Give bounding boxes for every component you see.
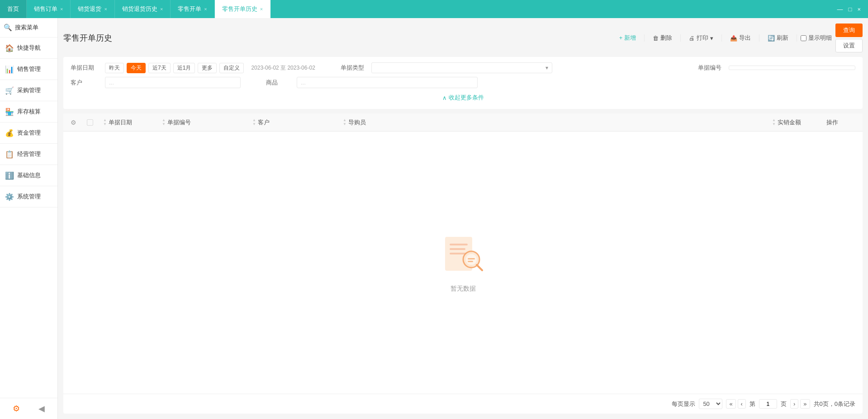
- table-col-settings[interactable]: ⚙: [67, 119, 83, 126]
- delete-button[interactable]: 🗑 删除: [648, 32, 677, 44]
- sales-icon: 📊: [5, 65, 14, 73]
- date-more[interactable]: 更多: [198, 63, 217, 73]
- sidebar-item-system-label: 系统管理: [17, 193, 41, 201]
- sidebar-item-inventory[interactable]: 🏪 库存核算: [0, 101, 57, 122]
- sidebar-item-basicinfo[interactable]: ℹ️ 基础信息: [0, 165, 57, 186]
- table-header: ⚙ ▲ ▼ 单据日期 ▲ ▼ 单据编号: [63, 113, 863, 132]
- export-button[interactable]: 📤 导出: [726, 32, 755, 44]
- table-col-amount[interactable]: ▲ ▼ 实销金额: [768, 118, 823, 127]
- settings-button[interactable]: 设置: [835, 39, 863, 52]
- tab-retail-order-history[interactable]: 零售开单历史 ×: [215, 0, 270, 18]
- toolbar-divider-2: [680, 34, 681, 42]
- customer-sort-icon: ▲ ▼: [252, 118, 256, 126]
- settings-icon: ⚙: [71, 119, 76, 126]
- prev-page-button[interactable]: ‹: [738, 399, 746, 409]
- search-icon: 🔍: [4, 24, 12, 32]
- svg-rect-1: [450, 244, 468, 245]
- date-7days[interactable]: 近7天: [148, 63, 171, 73]
- sidebar-item-purchase[interactable]: 🛒 采购管理: [0, 80, 57, 101]
- date-quick-options: 昨天 今天 近7天 近1月 更多 自定义: [105, 63, 244, 73]
- display-detail-checkbox[interactable]: [801, 35, 806, 41]
- sidebar-item-sales[interactable]: 📊 销售管理: [0, 59, 57, 80]
- toolbar: + 新增 🗑 删除 🖨 打印 ▾ 📤 导出: [615, 24, 863, 52]
- add-button[interactable]: + 新增: [615, 32, 640, 44]
- window-maximize[interactable]: □: [849, 6, 852, 13]
- collapse-label: 收起更多条件: [449, 94, 484, 102]
- tab-retail-order-history-close[interactable]: ×: [260, 6, 263, 12]
- date-custom[interactable]: 自定义: [219, 63, 244, 73]
- window-close[interactable]: ×: [857, 6, 861, 13]
- display-detail-toggle[interactable]: 显示明细: [801, 34, 832, 42]
- table-col-number[interactable]: ▲ ▼ 单据编号: [158, 118, 249, 127]
- tab-retail-order[interactable]: 零售开单 ×: [171, 0, 214, 18]
- next-page-button[interactable]: ›: [790, 399, 798, 409]
- print-label: 打印: [697, 34, 708, 42]
- col-guide-label: 导购员: [348, 118, 366, 127]
- number-filter-label: 单据编号: [698, 64, 725, 72]
- customer-input[interactable]: ...: [105, 77, 241, 88]
- sidebar-item-operations[interactable]: 📋 经营管理: [0, 144, 57, 165]
- svg-rect-2: [450, 248, 465, 250]
- table-col-guide[interactable]: ▲ ▼ 导购员: [339, 118, 394, 127]
- window-minimize[interactable]: —: [837, 6, 843, 13]
- sidebar-item-system[interactable]: ⚙️ 系统管理: [0, 186, 57, 207]
- tab-sales-return[interactable]: 销货退货 ×: [71, 0, 114, 18]
- date-today[interactable]: 今天: [127, 63, 146, 73]
- col-customer-label: 客户: [258, 118, 270, 127]
- print-icon: 🖨: [689, 35, 695, 42]
- number-filter-group: 单据编号: [698, 64, 855, 72]
- refresh-button[interactable]: 🔄 刷新: [763, 32, 793, 44]
- tab-sales-return-history-label: 销货退货历史: [122, 5, 157, 13]
- goods-placeholder: ...: [301, 79, 306, 86]
- number-input[interactable]: [729, 66, 855, 70]
- last-page-button[interactable]: »: [800, 399, 810, 409]
- first-page-button[interactable]: «: [726, 399, 735, 409]
- toolbar-divider-5: [797, 34, 797, 42]
- delete-label: 删除: [660, 34, 672, 42]
- svg-line-6: [477, 265, 482, 270]
- goods-filter-group: 商品 ...: [266, 77, 855, 88]
- tab-sales-order[interactable]: 销售订单 ×: [27, 0, 71, 18]
- tab-retail-order-close[interactable]: ×: [204, 6, 207, 12]
- query-button[interactable]: 查询: [835, 24, 863, 37]
- export-icon: 📤: [730, 35, 737, 42]
- empty-state: 暂无数据: [63, 132, 863, 394]
- date-1month[interactable]: 近1月: [173, 63, 195, 73]
- per-page-select[interactable]: 50 100 200: [699, 399, 722, 409]
- sidebar-settings-icon[interactable]: ⚙: [13, 404, 20, 414]
- tab-sales-return-history-close[interactable]: ×: [160, 6, 163, 12]
- current-page-input[interactable]: [759, 399, 777, 409]
- main-layout: 🔍 搜索菜单 🏠 快捷导航 📊 销售管理 🛒 采购管理 🏪 库存核算 💰 资金管…: [0, 18, 868, 419]
- sidebar: 🔍 搜索菜单 🏠 快捷导航 📊 销售管理 🛒 采购管理 🏪 库存核算 💰 资金管…: [0, 18, 58, 419]
- system-icon: ⚙️: [5, 193, 14, 201]
- filter-row-1: 单据日期 昨天 今天 近7天 近1月 更多 自定义 2023-06-02 至 2…: [71, 62, 855, 73]
- customer-placeholder: ...: [109, 79, 114, 86]
- finance-icon: 💰: [5, 129, 14, 137]
- tab-sales-return-history[interactable]: 销货退货历史 ×: [115, 0, 171, 18]
- type-select[interactable]: ▾: [371, 62, 552, 73]
- print-button[interactable]: 🖨 打印 ▾: [684, 32, 718, 44]
- tab-sales-return-close[interactable]: ×: [104, 6, 107, 12]
- goods-input[interactable]: ...: [297, 77, 478, 88]
- sidebar-search-label: 搜索菜单: [15, 24, 38, 32]
- tab-sales-order-close[interactable]: ×: [60, 6, 63, 12]
- tab-retail-order-label: 零售开单: [178, 5, 201, 13]
- empty-text: 暂无数据: [451, 285, 476, 293]
- table-col-checkbox[interactable]: [83, 119, 100, 126]
- sidebar-collapse-icon[interactable]: ◀: [38, 404, 45, 414]
- select-all-checkbox[interactable]: [87, 119, 93, 126]
- customer-filter-label: 客户: [71, 79, 98, 87]
- tab-sales-return-label: 销货退货: [78, 5, 101, 13]
- export-label: 导出: [739, 34, 751, 42]
- collapse-more-conditions[interactable]: ∧ 收起更多条件: [71, 92, 855, 104]
- col-action-label: 操作: [826, 118, 838, 127]
- sidebar-search[interactable]: 🔍 搜索菜单: [0, 18, 57, 38]
- tab-home[interactable]: 首页: [0, 0, 27, 18]
- date-yesterday[interactable]: 昨天: [105, 63, 124, 73]
- sidebar-item-quicknav[interactable]: 🏠 快捷导航: [0, 38, 57, 59]
- table-col-customer[interactable]: ▲ ▼ 客户: [249, 118, 339, 127]
- inventory-icon: 🏪: [5, 108, 14, 116]
- collapse-icon: ∧: [442, 94, 447, 101]
- sidebar-item-finance[interactable]: 💰 资金管理: [0, 122, 57, 144]
- table-col-date[interactable]: ▲ ▼ 单据日期: [100, 118, 158, 127]
